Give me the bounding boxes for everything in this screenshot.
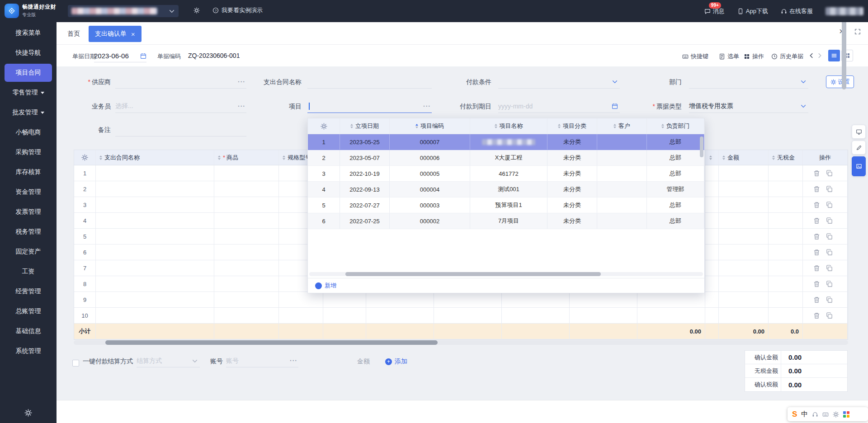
remark-input[interactable]	[115, 123, 246, 136]
popup-col-header[interactable]: 负责部门	[647, 118, 704, 134]
sort-icon[interactable]	[218, 155, 221, 160]
copy-row-icon[interactable]	[826, 202, 833, 208]
grid-cell[interactable]	[214, 276, 279, 291]
app-download-button[interactable]: App下载	[737, 7, 768, 15]
delete-row-icon[interactable]	[813, 265, 820, 272]
grid-row-10[interactable]: 10	[74, 308, 848, 324]
grid-cell[interactable]	[96, 292, 214, 307]
sidebar-item-15[interactable]: 基础信息	[5, 322, 52, 340]
ime-skin-icon[interactable]	[843, 411, 849, 418]
calendar-icon[interactable]	[140, 53, 146, 59]
next-doc-icon[interactable]	[816, 52, 823, 59]
grid-cell[interactable]	[96, 308, 214, 323]
sort-icon[interactable]	[772, 155, 775, 160]
history-button[interactable]: 历史单据	[771, 51, 803, 62]
grid-cell[interactable]	[279, 292, 323, 307]
delete-row-icon[interactable]	[813, 296, 820, 303]
grid-cell[interactable]	[214, 292, 279, 307]
grid-cell[interactable]	[96, 244, 214, 260]
chevron-down-icon[interactable]	[612, 79, 618, 85]
grid-col-header[interactable]: *商品	[214, 150, 279, 165]
popup-col-header[interactable]: 项目分类	[547, 118, 597, 134]
sidebar-settings-button[interactable]	[0, 409, 57, 417]
delete-row-icon[interactable]	[813, 233, 820, 240]
grid-cell[interactable]	[96, 213, 214, 228]
delete-row-icon[interactable]	[813, 312, 820, 319]
popup-settings-gear-icon[interactable]	[308, 118, 340, 134]
sidebar-item-11[interactable]: 固定资产	[5, 243, 52, 261]
sort-icon[interactable]	[350, 124, 353, 128]
sidebar-item-0[interactable]: 搜索菜单	[5, 24, 52, 42]
onekey-pay-checkbox[interactable]	[72, 360, 79, 367]
chevron-down-icon[interactable]	[800, 103, 807, 109]
grid-cell[interactable]	[96, 260, 214, 276]
doc-date-field[interactable]: 2023-06-06	[94, 50, 146, 62]
grid-cell[interactable]	[323, 292, 366, 307]
pick-doc-button[interactable]: 选单	[719, 51, 739, 62]
add-payment-button[interactable]: + 添加	[385, 357, 407, 366]
grid-col-header[interactable]: 金额	[719, 150, 769, 165]
department-select[interactable]	[689, 75, 808, 89]
due-date-input[interactable]: yyyy-mm-dd	[498, 99, 620, 113]
grid-row-9[interactable]: 9	[74, 292, 848, 308]
sort-icon[interactable]	[709, 155, 712, 160]
topbar-gear-icon[interactable]	[193, 7, 200, 14]
supplier-input[interactable]: ···	[115, 75, 246, 89]
grid-cell[interactable]	[214, 229, 279, 244]
copy-row-icon[interactable]	[826, 170, 833, 177]
popup-vertical-scrollbar[interactable]	[700, 136, 703, 157]
grid-cell[interactable]	[214, 308, 279, 323]
copy-row-icon[interactable]	[826, 186, 833, 193]
form-panel-tool[interactable]	[852, 125, 866, 139]
grid-hscroll-thumb[interactable]	[105, 340, 438, 345]
grid-horizontal-scrollbar[interactable]	[74, 340, 848, 345]
tab-close-icon[interactable]: ×	[131, 30, 135, 38]
action-menu-button[interactable]: 操作	[744, 51, 764, 62]
messages-button[interactable]: 99+ 消息	[704, 7, 725, 15]
popup-col-header[interactable]: 客户	[597, 118, 647, 134]
grid-col-header[interactable]: 支出合同名称	[96, 150, 214, 165]
copy-row-icon[interactable]	[826, 296, 833, 303]
popup-row-4[interactable]: 42022-09-13000004测试001未分类管理部	[308, 182, 704, 197]
salesman-input[interactable]: 选择...···	[115, 99, 246, 113]
tab-expense-confirm[interactable]: 支出确认单 ×	[89, 26, 142, 42]
sort-icon[interactable]	[99, 155, 102, 160]
copy-row-icon[interactable]	[826, 265, 833, 272]
delete-row-icon[interactable]	[813, 249, 820, 256]
sidebar-item-7[interactable]: 库存核算	[5, 163, 52, 181]
popup-row-5[interactable]: 52022-07-27000003预算项目1未分类总部	[308, 197, 704, 213]
delete-row-icon[interactable]	[813, 186, 820, 193]
delete-row-icon[interactable]	[813, 202, 820, 208]
account-input[interactable]: 账号···	[226, 355, 298, 367]
sort-icon[interactable]	[495, 124, 497, 128]
chart-panel-tool[interactable]	[852, 156, 866, 176]
grid-cell[interactable]	[705, 150, 719, 165]
delete-row-icon[interactable]	[813, 217, 820, 224]
delete-row-icon[interactable]	[813, 281, 820, 287]
popup-horizontal-scrollbar[interactable]	[309, 272, 703, 276]
sort-icon[interactable]	[661, 124, 664, 128]
org-select[interactable]	[68, 5, 179, 17]
tab-home[interactable]: 首页	[62, 26, 85, 42]
sidebar-item-8[interactable]: 资金管理	[5, 183, 52, 201]
sidebar-item-10[interactable]: 税务管理	[5, 223, 52, 241]
expand-icon[interactable]	[854, 28, 861, 35]
popup-col-header[interactable]: 立项日期	[340, 118, 390, 134]
chevron-down-icon[interactable]	[800, 79, 807, 85]
settings-button[interactable]: 设置	[826, 75, 854, 88]
sidebar-item-6[interactable]: 采购管理	[5, 143, 52, 161]
list-view-toggle[interactable]	[828, 50, 840, 61]
ime-mic-icon[interactable]	[812, 411, 818, 418]
grid-cell[interactable]	[214, 213, 279, 228]
ime-keyboard-icon[interactable]	[822, 411, 829, 418]
grid-cell[interactable]	[96, 181, 214, 197]
copy-row-icon[interactable]	[826, 217, 833, 224]
copy-row-icon[interactable]	[826, 233, 833, 240]
sidebar-item-4[interactable]: 批发管理	[5, 103, 52, 122]
sort-icon[interactable]	[283, 155, 285, 160]
chevron-down-icon[interactable]	[192, 358, 198, 364]
sort-icon[interactable]	[613, 124, 616, 128]
sidebar-item-14[interactable]: 总账管理	[5, 302, 52, 320]
username-redacted[interactable]	[826, 7, 863, 15]
popup-add-new-button[interactable]: + 新增	[308, 278, 704, 293]
